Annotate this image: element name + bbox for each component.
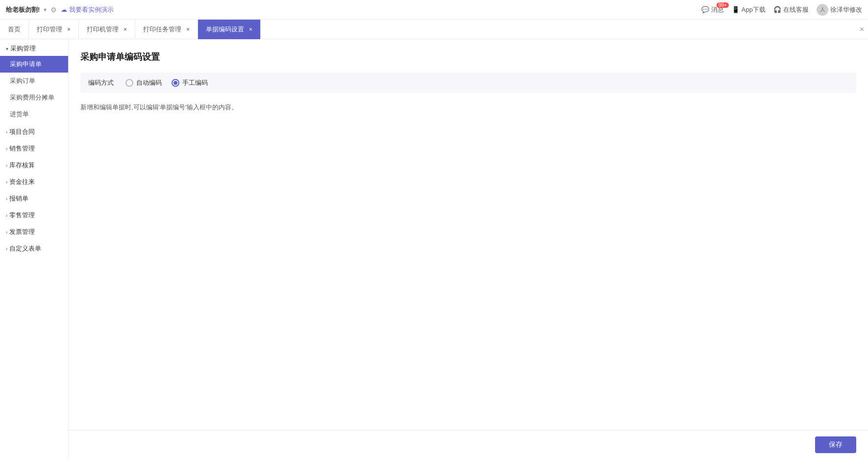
sidebar-item-purchase-expense[interactable]: 采购费用分摊单 — [0, 89, 68, 106]
sidebar-group-project-contract: › 项目合同 — [0, 123, 68, 139]
message-badge: 99+ — [717, 2, 729, 8]
tab-print-mgmt[interactable]: 打印管理 × — [29, 20, 79, 39]
sidebar-group-project-contract-title[interactable]: › 项目合同 — [0, 123, 68, 139]
tab-home[interactable]: 首页 — [0, 20, 29, 39]
sidebar-group-invoice-label: 发票管理 — [9, 228, 35, 236]
info-text: 新增和编辑单据时,可以编辑'单据编号'输入框中的内容。 — [80, 103, 856, 112]
sidebar-item-purchase-request[interactable]: 采购申请单 — [0, 56, 68, 73]
radio-auto-code[interactable]: 自动编码 — [125, 78, 162, 87]
sidebar-group-purchase-label: 采购管理 — [10, 44, 36, 53]
app-icon: 📱 — [732, 6, 740, 13]
tab-print-task-mgmt[interactable]: 打印任务管理 × — [135, 20, 198, 39]
app-download-button[interactable]: 📱 App下载 — [732, 5, 766, 14]
cloud-icon: ☁ — [61, 6, 67, 13]
collapse-arrow-project: › — [6, 129, 7, 135]
tab-print-mgmt-label: 打印管理 — [37, 25, 62, 34]
tab-list-close-icon[interactable]: × — [860, 25, 864, 34]
online-support-button[interactable]: 🎧 在线客服 — [773, 5, 809, 14]
sidebar: ▾ 采购管理 采购申请单 采购订单 采购费用分摊单 进货单 › 项目合同 — [0, 39, 69, 459]
sidebar-item-purchase-order-label: 采购订单 — [10, 77, 35, 84]
sidebar-group-purchase-title[interactable]: ▾ 采购管理 — [0, 39, 68, 56]
collapse-arrow-retail: › — [6, 213, 7, 218]
radio-manual-code-circle — [172, 79, 179, 87]
sidebar-item-purchase-request-label: 采购申请单 — [10, 60, 42, 68]
page-title: 采购申请单编码设置 — [80, 51, 856, 63]
tab-print-task-mgmt-label: 打印任务管理 — [143, 25, 181, 34]
cloud-hint-label: 我要看实例演示 — [69, 5, 114, 14]
sidebar-group-project-label: 项目合同 — [9, 128, 35, 136]
sidebar-group-custom-title[interactable]: › 自定义表单 — [0, 239, 68, 256]
top-bar: 给老板勿割! ▾ ⚙ ☁ 我要看实例演示 💬 消息 99+ 📱 App下载 🎧 … — [0, 0, 868, 20]
tab-code-settings[interactable]: 单据编码设置 × — [198, 20, 261, 39]
sidebar-item-purchase-expense-label: 采购费用分摊单 — [10, 94, 54, 101]
collapse-arrow-purchase: ▾ — [6, 46, 8, 51]
radio-manual-code-label: 手工编码 — [182, 78, 208, 87]
sidebar-group-funds-title[interactable]: › 资金往来 — [0, 173, 68, 189]
sidebar-group-funds: › 资金往来 — [0, 173, 68, 189]
radio-group-coding-mode: 自动编码 手工编码 — [125, 78, 208, 87]
collapse-arrow-inventory: › — [6, 163, 7, 168]
cloud-hint[interactable]: ☁ 我要看实例演示 — [61, 5, 114, 14]
tab-printer-mgmt-close[interactable]: × — [124, 26, 127, 33]
sidebar-item-stock-in-label: 进货单 — [10, 110, 29, 118]
top-bar-right: 💬 消息 99+ 📱 App下载 🎧 在线客服 人 徐泽华修改 — [701, 4, 862, 16]
brand-label: 给老板勿割! — [6, 5, 40, 14]
message-icon: 💬 — [701, 6, 709, 13]
sidebar-group-invoice-title[interactable]: › 发票管理 — [0, 223, 68, 239]
footer: 保存 — [69, 430, 868, 459]
tab-bar-spacer: × — [261, 25, 868, 34]
sidebar-group-returns-title[interactable]: › 报销单 — [0, 189, 68, 206]
online-support-label: 在线客服 — [783, 5, 809, 14]
sidebar-group-returns: › 报销单 — [0, 189, 68, 206]
coding-label: 编码方式 — [88, 78, 114, 87]
tab-code-settings-label: 单据编码设置 — [206, 25, 244, 34]
sidebar-group-inventory: › 库存核算 — [0, 156, 68, 173]
collapse-arrow-returns: › — [6, 196, 7, 202]
tab-code-settings-close[interactable]: × — [249, 26, 252, 33]
sidebar-item-purchase-order[interactable]: 采购订单 — [0, 73, 68, 89]
headset-icon: 🎧 — [773, 6, 781, 13]
gear-icon[interactable]: ⚙ — [50, 6, 57, 14]
main-content: 采购申请单编码设置 编码方式 自动编码 手工编码 新增和编辑单据时,可以编辑'单… — [69, 39, 868, 459]
radio-auto-code-circle — [125, 79, 133, 87]
sidebar-group-sales: › 销售管理 — [0, 139, 68, 156]
sidebar-group-retail-title[interactable]: › 零售管理 — [0, 206, 68, 223]
collapse-arrow-sales: › — [6, 146, 7, 152]
tab-printer-mgmt-label: 打印机管理 — [87, 25, 119, 34]
tab-print-task-mgmt-close[interactable]: × — [186, 26, 190, 33]
user-menu[interactable]: 人 徐泽华修改 — [817, 4, 862, 16]
save-button[interactable]: 保存 — [815, 436, 856, 453]
user-name: 徐泽华修改 — [830, 5, 862, 14]
layout: ▾ 采购管理 采购申请单 采购订单 采购费用分摊单 进货单 › 项目合同 — [0, 39, 868, 459]
sidebar-group-funds-label: 资金往来 — [9, 178, 35, 186]
tab-bar: 首页 打印管理 × 打印机管理 × 打印任务管理 × 单据编码设置 × × — [0, 20, 868, 39]
sidebar-group-retail-label: 零售管理 — [9, 211, 35, 220]
coding-row: 编码方式 自动编码 手工编码 — [80, 73, 856, 93]
app-download-label: App下载 — [742, 5, 766, 14]
content-area: 采购申请单编码设置 编码方式 自动编码 手工编码 新增和编辑单据时,可以编辑'单… — [69, 39, 868, 430]
avatar: 人 — [817, 4, 828, 16]
chevron-icon[interactable]: ▾ — [44, 6, 47, 13]
sidebar-group-inventory-label: 库存核算 — [9, 161, 35, 170]
sidebar-item-stock-in[interactable]: 进货单 — [0, 106, 68, 123]
tab-print-mgmt-close[interactable]: × — [67, 26, 71, 33]
tab-printer-mgmt[interactable]: 打印机管理 × — [79, 20, 135, 39]
tab-home-label: 首页 — [8, 25, 21, 34]
sidebar-group-custom-label: 自定义表单 — [9, 244, 41, 253]
collapse-arrow-invoice: › — [6, 230, 7, 235]
collapse-arrow-funds: › — [6, 179, 7, 185]
radio-manual-code[interactable]: 手工编码 — [172, 78, 208, 87]
sidebar-group-custom: › 自定义表单 — [0, 239, 68, 256]
collapse-arrow-custom: › — [6, 246, 7, 252]
sidebar-group-purchase: ▾ 采购管理 采购申请单 采购订单 采购费用分摊单 进货单 — [0, 39, 68, 123]
message-button[interactable]: 💬 消息 99+ — [701, 5, 724, 14]
sidebar-group-returns-label: 报销单 — [9, 194, 28, 203]
sidebar-group-invoice: › 发票管理 — [0, 223, 68, 239]
sidebar-group-sales-label: 销售管理 — [9, 144, 35, 153]
radio-auto-code-label: 自动编码 — [136, 78, 162, 87]
sidebar-group-inventory-title[interactable]: › 库存核算 — [0, 156, 68, 173]
sidebar-group-retail: › 零售管理 — [0, 206, 68, 223]
sidebar-group-sales-title[interactable]: › 销售管理 — [0, 139, 68, 156]
top-bar-left: 给老板勿割! ▾ ⚙ ☁ 我要看实例演示 — [6, 5, 114, 14]
